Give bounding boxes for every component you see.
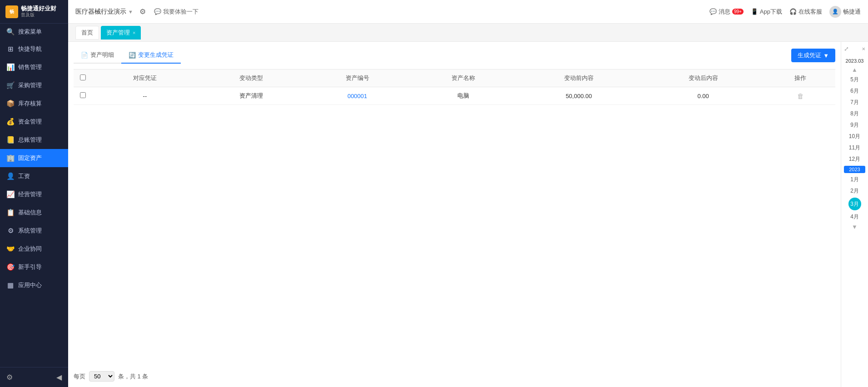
sidebar-item-fixed-assets[interactable]: 🏢 固定资产 (0, 149, 68, 167)
timeline-month-2[interactable]: 2月 (841, 185, 868, 197)
subtabs: 📄 资产明细 🔄 变更生成凭证 (74, 47, 181, 64)
panel-header: 📄 资产明细 🔄 变更生成凭证 生成凭证 ▼ (74, 47, 835, 64)
feedback-button[interactable]: 💬 我要体验一下 (154, 8, 198, 16)
system-icon: ⚙ (6, 227, 15, 235)
sidebar-item-basic-info[interactable]: 📋 基础信息 (0, 203, 68, 222)
sidebar-nav: 🔍 搜索菜单 ⊞ 快捷导航 📊 销售管理 🛒 采购管理 📦 库存核算 💰 资金管… (0, 24, 68, 367)
online-service-button[interactable]: 🎧 在线客服 (789, 8, 822, 16)
th-before-change: 变动前内容 (516, 69, 641, 87)
th-change-type: 变动类型 (198, 69, 304, 87)
sidebar-item-purchase[interactable]: 🛒 采购管理 (0, 76, 68, 94)
sidebar-item-label: 快捷导航 (18, 45, 42, 53)
search-icon: 🔍 (6, 28, 15, 36)
th-voucher: 对应凭证 (92, 69, 198, 87)
messages-badge: 99+ (732, 9, 744, 15)
app-download-button[interactable]: 📱 App下载 (751, 8, 782, 16)
th-operation: 操作 (765, 69, 835, 87)
timeline-scroll-up[interactable]: ▲ (852, 66, 858, 73)
tab-home[interactable]: 首页 (75, 26, 99, 40)
company-selector[interactable]: 医疗器械行业演示 ▼ (75, 8, 133, 16)
sales-icon: 📊 (6, 63, 15, 71)
sidebar-item-label: 经营管理 (18, 190, 42, 198)
sidebar-item-label: 应用中心 (18, 281, 42, 289)
cell-operation: 🗑 (765, 87, 835, 105)
collapse-sidebar-icon[interactable]: ◀ (56, 373, 62, 382)
timeline-scroll-down[interactable]: ▼ (852, 223, 858, 230)
messages-label: 消息 (719, 8, 730, 16)
timeline-expand-icon[interactable]: ⤢ (844, 45, 849, 52)
sidebar-item-app-center[interactable]: ▦ 应用中心 (0, 276, 68, 294)
timeline-month-7[interactable]: 7月 (841, 97, 868, 108)
sidebar-item-label: 基础信息 (18, 208, 42, 217)
timeline-month-1[interactable]: 1月 (841, 174, 868, 185)
operations-icon: 📈 (6, 190, 15, 198)
sidebar-item-quick-nav[interactable]: ⊞ 快捷导航 (0, 40, 68, 58)
guide-icon: 🎯 (6, 263, 15, 271)
sidebar-item-ledger[interactable]: 📒 总账管理 (0, 131, 68, 149)
sidebar-search[interactable]: 🔍 搜索菜单 (0, 24, 68, 40)
tab-asset-management[interactable]: 资产管理 × (101, 26, 141, 40)
table-row: -- 资产清理 000001 电脑 50,000.00 0.00 🗑 (74, 87, 835, 105)
timeline-month-3-current[interactable]: 3月 (848, 198, 861, 210)
cell-before-change: 50,000.00 (516, 87, 641, 105)
sidebar-item-label: 采购管理 (18, 81, 42, 89)
sidebar-item-finance[interactable]: 💰 资金管理 (0, 113, 68, 131)
user-profile[interactable]: 👤 畅捷通 (829, 6, 861, 18)
sidebar-item-inventory[interactable]: 📦 库存核算 (0, 94, 68, 113)
generate-voucher-button[interactable]: 生成凭证 ▼ (791, 49, 835, 62)
enterprise-icon: 🤝 (6, 245, 15, 253)
sidebar-item-label: 系统管理 (18, 227, 42, 235)
timeline-month-11[interactable]: 11月 (841, 142, 868, 154)
sidebar-bottom: ⚙ ◀ (0, 367, 68, 387)
main-area: 医疗器械行业演示 ▼ ⚙ 💬 我要体验一下 💬 消息 99+ 📱 App下载 🎧… (68, 0, 868, 387)
sidebar-item-system[interactable]: ⚙ 系统管理 (0, 222, 68, 240)
asset-table-wrap: 对应凭证 变动类型 资产编号 资产名称 变动前内容 变动后内容 操作 (74, 69, 835, 367)
per-page-select[interactable]: 10 20 50 100 (89, 371, 114, 382)
total-label: 条，共 1 条 (118, 372, 148, 381)
settings-bottom-icon[interactable]: ⚙ (6, 373, 13, 382)
timeline-month-9[interactable]: 9月 (841, 119, 868, 131)
inventory-icon: 📦 (6, 99, 15, 108)
timeline-header: 2023.03 (846, 58, 864, 64)
logo-text: 畅捷通好业财 普及版 (21, 5, 56, 19)
subtab-asset-detail[interactable]: 📄 资产明细 (74, 47, 121, 64)
per-page-label: 每页 (74, 372, 85, 381)
timeline-month-4[interactable]: 4月 (841, 211, 868, 223)
sidebar-item-guide[interactable]: 🎯 新手引导 (0, 258, 68, 276)
timeline-year-2023[interactable]: 2023 (844, 166, 865, 173)
subtab-change-voucher-label: 变更生成凭证 (138, 51, 174, 59)
select-all-checkbox[interactable] (80, 74, 86, 80)
cell-asset-code: 000001 (304, 87, 411, 105)
topbar: 医疗器械行业演示 ▼ ⚙ 💬 我要体验一下 💬 消息 99+ 📱 App下载 🎧… (68, 0, 868, 24)
subtab-change-voucher[interactable]: 🔄 变更生成凭证 (121, 47, 181, 64)
timeline-month-8[interactable]: 8月 (841, 108, 868, 119)
topbar-settings-icon[interactable]: ⚙ (139, 7, 146, 16)
timeline-month-12[interactable]: 12月 (841, 154, 868, 165)
sidebar-item-label: 销售管理 (18, 63, 42, 71)
messages-button[interactable]: 💬 消息 99+ (709, 8, 744, 16)
sidebar-item-operations[interactable]: 📈 经营管理 (0, 185, 68, 203)
app-download-icon: 📱 (751, 8, 758, 15)
subtab-asset-detail-label: 资产明细 (90, 51, 114, 59)
timeline-month-6[interactable]: 6月 (841, 85, 868, 97)
sidebar-item-salary[interactable]: 👤 工资 (0, 167, 68, 185)
main-panel: 📄 资产明细 🔄 变更生成凭证 生成凭证 ▼ (68, 42, 841, 387)
company-dropdown-arrow: ▼ (128, 9, 133, 15)
timeline-month-5[interactable]: 5月 (841, 74, 868, 85)
timeline-panel: ⤢ × 2023.03 ▲ 5月 6月 7月 8月 9月 10月 11月 12月… (841, 42, 868, 387)
messages-icon: 💬 (709, 8, 717, 15)
tab-close-icon[interactable]: × (133, 30, 135, 35)
sidebar-item-enterprise[interactable]: 🤝 企业协同 (0, 240, 68, 258)
timeline-month-10[interactable]: 10月 (841, 131, 868, 142)
row-checkbox[interactable] (80, 92, 86, 98)
th-after-change: 变动后内容 (641, 69, 765, 87)
timeline-close-icon[interactable]: × (862, 45, 865, 52)
delete-row-icon[interactable]: 🗑 (797, 92, 804, 100)
fixed-assets-icon: 🏢 (6, 154, 15, 162)
th-asset-name: 资产名称 (411, 69, 517, 87)
sidebar-item-sales[interactable]: 📊 销售管理 (0, 58, 68, 76)
generate-dropdown-icon: ▼ (823, 52, 829, 59)
change-voucher-icon: 🔄 (129, 52, 136, 59)
tabbar: 首页 资产管理 × (68, 24, 868, 42)
th-checkbox (74, 69, 92, 87)
